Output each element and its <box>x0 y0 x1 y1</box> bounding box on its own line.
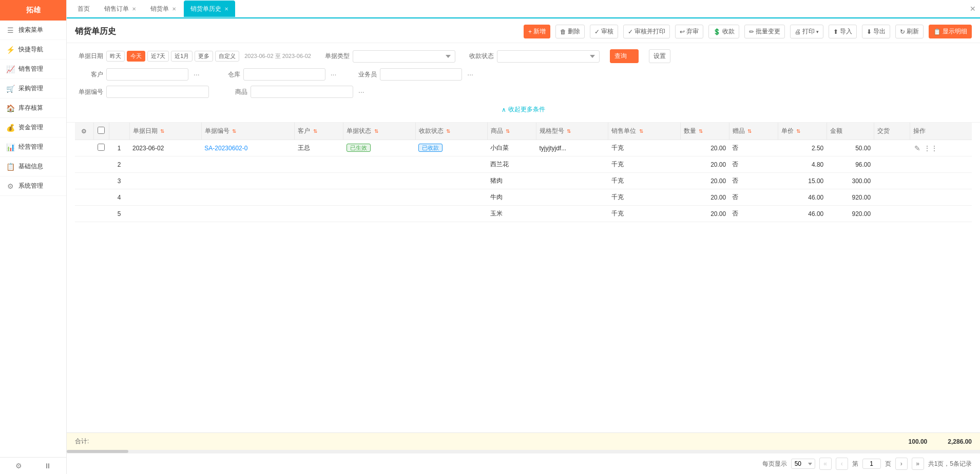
tab-sales-history[interactable]: 销货单历史 ✕ <box>184 1 235 17</box>
tab-sales-history-close[interactable]: ✕ <box>224 7 228 12</box>
sidebar-item-purchase[interactable]: 🛒 采购管理 <box>0 79 66 98</box>
prev-page-btn[interactable]: ‹ <box>836 458 848 470</box>
sidebar-item-search[interactable]: ☰ 搜索菜单 <box>0 21 66 40</box>
page-title: 销货单历史 <box>75 26 116 37</box>
print-button[interactable]: 🖨 打印 ▾ <box>790 25 823 38</box>
staff-dots-btn[interactable]: ··· <box>465 69 475 80</box>
filter-row-2: 客户 ··· 仓库 ··· 业务员 ··· <box>75 68 972 81</box>
sidebar-settings-icon[interactable]: ⚙ <box>14 462 24 470</box>
tab-home[interactable]: 首页 <box>71 1 97 17</box>
goods-dots-btn[interactable]: ··· <box>356 87 367 97</box>
export-button[interactable]: ⬇ 导出 <box>862 25 890 38</box>
warehouse-dots-btn[interactable]: ··· <box>329 69 339 80</box>
doc-num-filter: 单据编号 <box>75 86 209 98</box>
doc-num-link-0[interactable]: SA-20230602-0 <box>204 145 247 152</box>
per-page-label: 每页显示 <box>762 460 787 468</box>
more-btn[interactable]: ⋮⋮ <box>922 144 939 152</box>
sidebar-pause-icon[interactable]: ⏸ <box>43 462 53 470</box>
date-btn-yesterday[interactable]: 昨天 <box>106 51 125 62</box>
th-settings[interactable]: ⚙ <box>75 123 93 140</box>
collect-button[interactable]: 💲 收款 <box>708 25 739 38</box>
audit-button[interactable]: ✓ 审核 <box>590 25 618 38</box>
sidebar-item-basic[interactable]: 📋 基础信息 <box>0 157 66 176</box>
th-goods[interactable]: 商品 ⇅ <box>487 123 536 140</box>
td-collect-status-2 <box>415 173 487 189</box>
add-button[interactable]: + 新增 <box>524 25 550 38</box>
date-btn-custom[interactable]: 自定义 <box>215 51 239 62</box>
refresh-label: 刷新 <box>907 27 919 36</box>
settings-filter-button[interactable]: 设置 <box>649 49 670 63</box>
filter-more-label: 收起更多条件 <box>508 105 545 114</box>
sidebar-item-system[interactable]: ⚙ 系统管理 <box>0 176 66 196</box>
staff-input[interactable] <box>380 68 462 81</box>
th-doc-status[interactable]: 单据状态 ⇅ <box>343 123 415 140</box>
doc-num-input[interactable] <box>106 86 209 98</box>
date-btn-7days[interactable]: 近7天 <box>147 51 169 62</box>
td-spec-1 <box>536 156 608 173</box>
sidebar-item-quick-nav[interactable]: ⚡ 快捷导航 <box>0 40 66 60</box>
filter-more-btn[interactable]: ∧ 收起更多条件 <box>499 103 547 116</box>
td-amount-1: 96.00 <box>827 156 874 173</box>
show-detail-button[interactable]: 📋 显示明细 <box>929 25 972 38</box>
row-checkbox[interactable] <box>98 144 105 151</box>
per-page-select[interactable]: 50 10 20 100 <box>791 459 815 469</box>
audit-print-button[interactable]: ✓ 审核并打印 <box>623 25 670 38</box>
sidebar-item-sales[interactable]: 📈 销售管理 <box>0 60 66 79</box>
td-qty-1: 20.00 <box>680 156 729 173</box>
th-amount: 金额 <box>827 123 874 140</box>
td-trade-3 <box>874 189 910 206</box>
th-spec[interactable]: 规格型号 ⇅ <box>536 123 608 140</box>
doc-type-label: 单据类型 <box>321 52 350 61</box>
date-btn-today[interactable]: 今天 <box>127 51 145 62</box>
edit-btn[interactable]: ✎ <box>913 144 922 152</box>
warehouse-input[interactable] <box>243 68 325 81</box>
th-qty[interactable]: 数量 ⇅ <box>680 123 729 140</box>
next-page-btn[interactable]: › <box>895 458 908 470</box>
th-date[interactable]: 单据日期 ⇅ <box>129 123 201 140</box>
tab-sales-order-close[interactable]: ✕ <box>132 7 136 12</box>
doc-type-select[interactable] <box>353 50 455 63</box>
th-customer[interactable]: 客户 ⇅ <box>295 123 343 140</box>
first-page-btn[interactable]: « <box>819 458 832 470</box>
th-price-sort-icon: ⇅ <box>796 128 800 134</box>
sidebar-item-label: 搜索菜单 <box>18 26 43 34</box>
tab-bar-close-icon[interactable]: ✕ <box>970 5 976 13</box>
page-input[interactable] <box>862 459 881 469</box>
tab-sales-order[interactable]: 销售订单 ✕ <box>98 1 143 17</box>
tab-sales-goods[interactable]: 销货单 ✕ <box>144 1 183 17</box>
query-button[interactable]: 查询 <box>610 49 639 63</box>
sidebar-item-inventory[interactable]: 🏠 库存核算 <box>0 98 66 118</box>
td-settings-2 <box>75 173 93 189</box>
page-prefix-label: 第 <box>852 460 858 468</box>
th-collect-status[interactable]: 收款状态 ⇅ <box>415 123 487 140</box>
customer-dots-btn[interactable]: ··· <box>191 69 202 80</box>
td-qty-4: 20.00 <box>680 206 729 222</box>
refresh-button[interactable]: ↻ 刷新 <box>895 25 924 38</box>
sidebar-item-operation[interactable]: 📊 经营管理 <box>0 137 66 157</box>
td-customer-0: 王总 <box>295 140 343 156</box>
delete-button[interactable]: 🗑 删除 <box>555 25 585 38</box>
td-doc-status-0: 已生效 <box>343 140 415 156</box>
date-btn-1month[interactable]: 近1月 <box>171 51 193 62</box>
customer-label: 客户 <box>75 70 103 79</box>
goods-input[interactable] <box>251 86 353 98</box>
show-detail-icon: 📋 <box>933 28 941 35</box>
customer-input[interactable] <box>106 68 188 81</box>
date-btn-more[interactable]: 更多 <box>195 51 213 62</box>
td-qty-0: 20.00 <box>680 140 729 156</box>
tab-sales-goods-close[interactable]: ✕ <box>172 7 176 12</box>
last-page-btn[interactable]: » <box>912 458 924 470</box>
batch-change-label: 批量变更 <box>756 27 780 36</box>
import-button[interactable]: ⬆ 导入 <box>829 25 857 38</box>
collect-status-select[interactable] <box>497 50 600 63</box>
th-price[interactable]: 单价 ⇅ <box>778 123 827 140</box>
th-doc-num[interactable]: 单据编号 ⇅ <box>201 123 294 140</box>
th-unit[interactable]: 销售单位 ⇅ <box>608 123 680 140</box>
td-num-2: 3 <box>109 173 129 189</box>
table-row: 3猪肉千克20.00否15.00300.00 <box>75 173 972 189</box>
batch-change-button[interactable]: ✏ 批量变更 <box>744 25 785 38</box>
abandon-button[interactable]: ↩ 弃审 <box>675 25 703 38</box>
select-all-checkbox[interactable] <box>98 127 105 134</box>
sidebar-item-finance[interactable]: 💰 资金管理 <box>0 118 66 137</box>
th-gift[interactable]: 赠品 ⇅ <box>729 123 778 140</box>
